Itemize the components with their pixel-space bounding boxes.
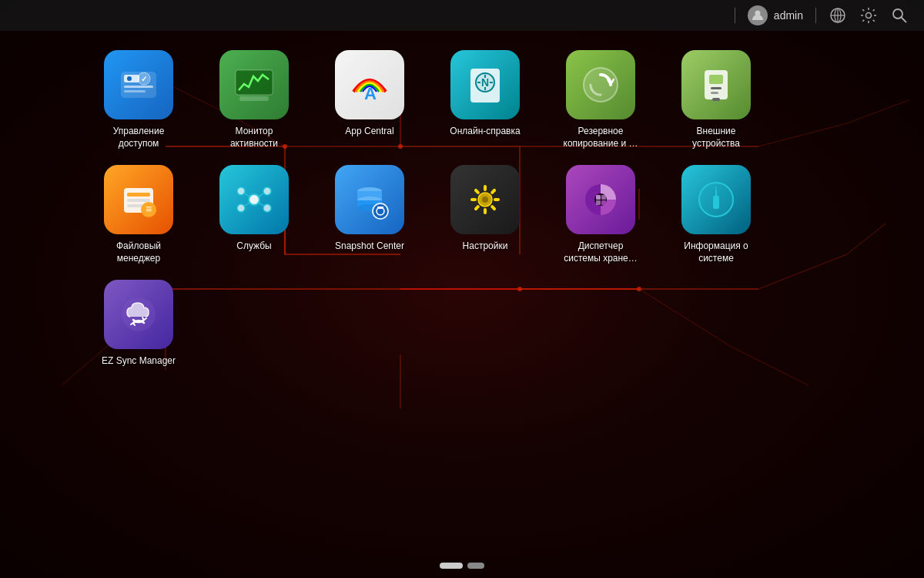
svg-rect-78 bbox=[713, 196, 719, 199]
svg-rect-66 bbox=[474, 205, 480, 211]
svg-rect-74 bbox=[601, 200, 606, 205]
svg-line-48 bbox=[258, 193, 263, 197]
svg-line-47 bbox=[245, 193, 250, 197]
app-access-control[interactable]: ✓ Управлениедоступом bbox=[92, 50, 185, 150]
svg-point-43 bbox=[237, 187, 245, 195]
app-backup[interactable]: Резервноекопирование и … bbox=[554, 50, 647, 150]
app-label-sysinfo: Информация осистеме bbox=[684, 240, 748, 264]
app-label-snapshot: Snapshot Center bbox=[335, 240, 404, 253]
apps-row-1: ✓ Управлениедоступом Мониторактивности bbox=[92, 50, 762, 150]
pagination-dot-1[interactable] bbox=[440, 563, 463, 569]
svg-rect-61 bbox=[484, 185, 487, 191]
apps-row-2: ≡ Файловыйменеджер bbox=[92, 165, 762, 264]
svg-rect-38 bbox=[127, 199, 150, 202]
app-activity-monitor[interactable]: Мониторактивности bbox=[208, 50, 300, 150]
svg-rect-35 bbox=[712, 98, 720, 101]
app-icon-help: N bbox=[450, 50, 520, 119]
svg-rect-62 bbox=[490, 188, 496, 194]
svg-text:✓: ✓ bbox=[141, 75, 147, 83]
svg-rect-58 bbox=[377, 207, 383, 209]
svg-text:N: N bbox=[481, 76, 489, 89]
app-external-devices[interactable]: Внешниеустройства bbox=[670, 50, 762, 150]
svg-line-12 bbox=[902, 18, 907, 23]
svg-rect-72 bbox=[601, 195, 606, 200]
app-label-filemanager: Файловыйменеджер bbox=[116, 240, 161, 264]
app-snapshot-center[interactable]: Snapshot Center bbox=[323, 165, 416, 253]
app-label-access: Управлениедоступом bbox=[113, 126, 165, 150]
svg-rect-71 bbox=[596, 195, 601, 200]
app-storage-manager[interactable]: Диспетчерсистемы хране… bbox=[554, 165, 647, 264]
svg-rect-64 bbox=[490, 205, 496, 211]
topbar-separator2 bbox=[815, 8, 816, 23]
topbar: admin bbox=[0, 0, 924, 31]
svg-rect-65 bbox=[484, 208, 487, 214]
search-icon[interactable] bbox=[890, 6, 909, 25]
user-avatar-icon bbox=[748, 5, 768, 25]
app-label-help: Онлайн-справка bbox=[450, 126, 520, 138]
svg-text:≡: ≡ bbox=[146, 203, 152, 215]
svg-point-46 bbox=[263, 204, 271, 212]
svg-point-10 bbox=[866, 13, 872, 18]
app-label-backup: Резервноекопирование и … bbox=[564, 126, 638, 150]
username-label: admin bbox=[774, 9, 803, 22]
svg-line-50 bbox=[258, 202, 263, 206]
pagination-dot-2[interactable] bbox=[467, 563, 484, 569]
svg-rect-32 bbox=[709, 75, 723, 84]
svg-rect-77 bbox=[713, 198, 719, 209]
svg-rect-16 bbox=[124, 86, 153, 88]
app-icon-appcentral: A bbox=[335, 50, 404, 119]
svg-point-15 bbox=[127, 76, 132, 81]
apps-container: ✓ Управлениедоступом Мониторактивности bbox=[0, 42, 924, 547]
svg-point-42 bbox=[249, 194, 259, 205]
app-settings[interactable]: Настройки bbox=[439, 165, 531, 253]
settings-icon[interactable] bbox=[859, 6, 878, 25]
svg-point-30 bbox=[584, 68, 618, 102]
topbar-user: admin bbox=[748, 5, 803, 25]
app-ez-sync[interactable]: EZ Sync Manager bbox=[92, 280, 185, 368]
app-system-info[interactable]: i Информация осистеме bbox=[670, 165, 762, 264]
svg-text:A: A bbox=[364, 84, 377, 103]
svg-point-45 bbox=[237, 204, 245, 212]
app-label-external: Внешниеустройства bbox=[692, 126, 740, 150]
svg-point-60 bbox=[482, 197, 488, 203]
app-services[interactable]: Службы bbox=[208, 165, 300, 253]
svg-rect-21 bbox=[239, 96, 269, 101]
app-label-storage: Диспетчерсистемы хране… bbox=[564, 240, 638, 264]
app-label-monitor: Мониторактивности bbox=[230, 126, 278, 150]
svg-rect-17 bbox=[124, 90, 146, 92]
app-icon-backup bbox=[566, 50, 635, 119]
svg-rect-34 bbox=[711, 92, 718, 94]
app-label-services: Службы bbox=[236, 240, 271, 253]
app-icon-services bbox=[219, 165, 289, 234]
app-label-ezsync: EZ Sync Manager bbox=[102, 355, 176, 368]
svg-rect-63 bbox=[494, 198, 500, 201]
app-icon-settings bbox=[450, 165, 520, 234]
svg-point-44 bbox=[263, 187, 271, 195]
app-icon-monitor bbox=[219, 50, 289, 119]
svg-line-49 bbox=[245, 202, 250, 206]
app-icon-snapshot bbox=[335, 165, 404, 234]
app-icon-storage bbox=[566, 165, 635, 234]
app-icon-access: ✓ bbox=[104, 50, 173, 119]
svg-rect-68 bbox=[474, 188, 480, 194]
app-online-help[interactable]: N Онлайн-справка bbox=[439, 50, 531, 138]
topbar-separator bbox=[735, 8, 735, 23]
pagination bbox=[440, 563, 484, 569]
svg-point-56 bbox=[373, 203, 388, 219]
app-file-manager[interactable]: ≡ Файловыйменеджер bbox=[92, 165, 185, 264]
svg-rect-31 bbox=[705, 70, 728, 99]
svg-rect-37 bbox=[127, 193, 150, 197]
svg-point-11 bbox=[893, 9, 902, 18]
app-label-appcentral: App Central bbox=[345, 126, 393, 138]
globe-icon[interactable] bbox=[829, 6, 847, 25]
app-label-settings: Настройки bbox=[463, 240, 508, 253]
app-icon-ezsync bbox=[104, 280, 173, 349]
app-icon-sysinfo: i bbox=[681, 165, 751, 234]
svg-rect-20 bbox=[236, 70, 273, 95]
svg-rect-33 bbox=[711, 87, 721, 89]
svg-rect-73 bbox=[596, 200, 601, 205]
app-app-central[interactable]: A App Central bbox=[323, 50, 416, 138]
app-icon-filemanager: ≡ bbox=[104, 165, 173, 234]
svg-rect-67 bbox=[470, 198, 477, 201]
app-icon-external bbox=[681, 50, 751, 119]
